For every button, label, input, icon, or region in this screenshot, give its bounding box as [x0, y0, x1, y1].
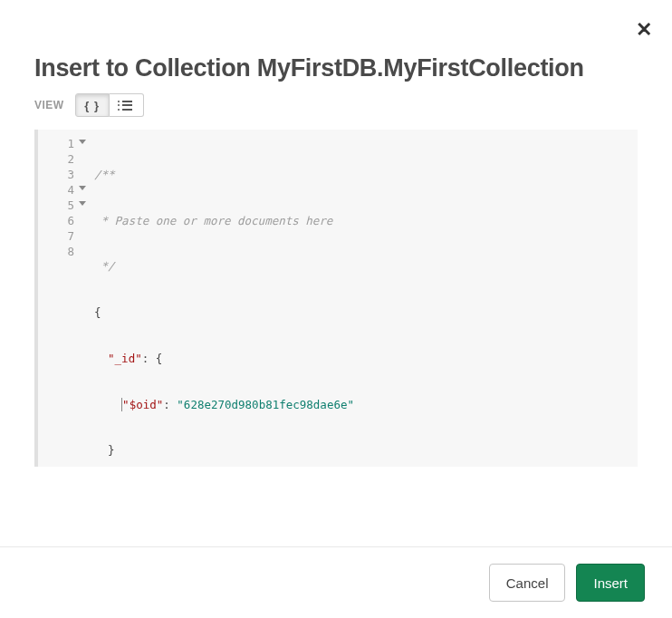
view-list-button[interactable] [110, 93, 144, 117]
code-string: "628e270d980b81fec98dae6e" [177, 398, 354, 411]
list-icon [120, 101, 132, 111]
modal-title: Insert to Collection MyFirstDB.MyFirstCo… [34, 54, 638, 82]
cancel-button[interactable]: Cancel [489, 564, 566, 602]
code-brace: } [94, 443, 115, 457]
editor-content[interactable]: /** * Paste one or more documents here *… [78, 130, 354, 467]
view-label: VIEW [34, 99, 64, 111]
code-key: "$oid" [122, 398, 163, 411]
code-key: "_id" [108, 352, 142, 365]
insert-button[interactable]: Insert [576, 564, 645, 602]
close-icon[interactable]: ✕ [636, 20, 652, 40]
braces-icon: { } [84, 99, 100, 112]
view-json-button[interactable]: { } [75, 93, 110, 117]
code-comment: */ [94, 259, 115, 273]
code-editor[interactable]: 1 2 3 4 5 6 7 8 /** * Paste one or more … [34, 130, 638, 467]
code-comment: * Paste one or more documents here [94, 214, 332, 227]
view-toggle-group: { } [75, 93, 144, 117]
code-comment: /** [94, 168, 115, 181]
code-brace: { [94, 305, 101, 319]
modal-footer: Cancel Insert [0, 546, 672, 618]
editor-gutter: 1 2 3 4 5 6 7 8 [38, 130, 78, 467]
